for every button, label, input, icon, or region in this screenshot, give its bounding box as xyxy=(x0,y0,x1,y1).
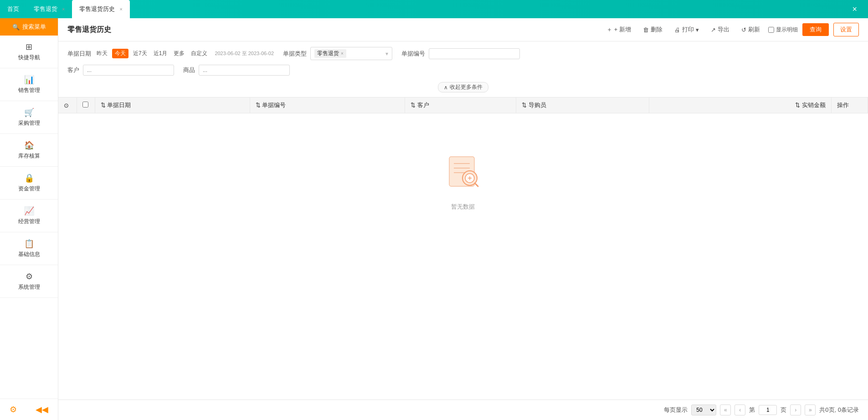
date-btn-more[interactable]: 更多 xyxy=(172,49,186,58)
collapse-button[interactable]: ∧ 收起更多条件 xyxy=(438,82,488,92)
prev-page-button[interactable]: ‹ xyxy=(734,405,745,415)
first-page-button[interactable]: « xyxy=(720,405,731,415)
date-btn-7days[interactable]: 近7天 xyxy=(131,49,149,58)
new-button[interactable]: ＋ + 新增 xyxy=(603,24,635,36)
sidebar-item-system[interactable]: ⚙ 系统管理 xyxy=(0,265,58,298)
goods-input[interactable] xyxy=(199,65,290,76)
sidebar-item-quick-nav-label: 快捷导航 xyxy=(18,54,40,61)
th-docno-label: 单据编号 xyxy=(262,102,286,108)
sort-icon-amount[interactable]: ⇅ xyxy=(795,102,800,108)
collapse-icon: ∧ xyxy=(444,84,448,91)
empty-state: 暂无数据 xyxy=(58,113,868,238)
th-settings[interactable]: ⊙ xyxy=(58,97,77,113)
date-btn-today[interactable]: 今天 xyxy=(112,49,128,58)
sidebar: 🔍 搜索菜单 ⊞ 快捷导航 📊 销售管理 🛒 采购管理 🏠 库存核算 🔒 资金管… xyxy=(0,18,58,420)
customer-input[interactable] xyxy=(83,65,174,76)
sidebar-item-inventory[interactable]: 🏠 库存核算 xyxy=(0,134,58,167)
date-btn-custom[interactable]: 自定义 xyxy=(189,49,209,58)
sidebar-item-purchase-label: 采购管理 xyxy=(18,119,40,127)
settings-button[interactable]: 设置 xyxy=(833,23,859,36)
tab-home-label: 首页 xyxy=(7,5,19,13)
sidebar-search-label: 搜索菜单 xyxy=(22,23,46,31)
show-detail-input[interactable] xyxy=(768,27,774,33)
customer-filter: 客户 xyxy=(67,65,174,76)
sidebar-item-finance[interactable]: 🔒 资金管理 xyxy=(0,167,58,200)
date-options: 昨天 今天 近7天 近1月 更多 自定义 2023-06-02 至 2023-0… xyxy=(95,49,274,58)
refresh-label: 刷新 xyxy=(748,26,760,34)
th-docno: ⇅ 单据编号 xyxy=(250,97,405,113)
docno-filter: 单据编号 xyxy=(401,48,520,59)
page-input[interactable] xyxy=(759,405,777,415)
quick-nav-icon: ⊞ xyxy=(26,42,32,52)
th-actions-label: 操作 xyxy=(837,102,849,108)
sidebar-item-purchase[interactable]: 🛒 采购管理 xyxy=(0,101,58,134)
sidebar-item-inventory-label: 库存核算 xyxy=(18,152,40,160)
show-detail-checkbox[interactable]: 显示明细 xyxy=(768,26,798,34)
type-tag-value: 零售退货 xyxy=(317,50,339,57)
date-filter: 单据日期 昨天 今天 近7天 近1月 更多 自定义 2023-06-02 至 2… xyxy=(67,49,274,58)
query-button[interactable]: 查询 xyxy=(802,23,829,36)
date-btn-1month[interactable]: 近1月 xyxy=(152,49,169,58)
docno-input[interactable] xyxy=(429,48,520,59)
sidebar-item-sales-label: 销售管理 xyxy=(18,87,40,94)
last-page-button[interactable]: » xyxy=(805,405,816,415)
sort-icon-customer[interactable]: ⇅ xyxy=(411,102,416,108)
per-page-select[interactable]: 50 10 20 100 xyxy=(691,405,716,415)
pagination-bar: 每页显示 50 10 20 100 « ‹ 第 页 › » 共0页, 0条记录 xyxy=(58,400,868,420)
delete-label: 删除 xyxy=(651,26,663,34)
type-tag-close[interactable]: × xyxy=(341,51,344,56)
window-close-button[interactable]: × xyxy=(848,5,861,14)
th-date-label: 单据日期 xyxy=(107,102,131,108)
inventory-icon: 🏠 xyxy=(24,140,34,150)
sort-icon-docno[interactable]: ⇅ xyxy=(256,102,261,108)
print-button[interactable]: 🖨 打印 ▾ xyxy=(671,24,703,36)
sidebar-item-sales[interactable]: 📊 销售管理 xyxy=(0,68,58,101)
purchase-icon: 🛒 xyxy=(24,108,34,118)
top-bar-right: × xyxy=(848,5,868,14)
collapse-label: 收起更多条件 xyxy=(450,83,483,91)
tab-retail-return-history-close[interactable]: × xyxy=(119,6,122,12)
page-header: 零售退货历史 ＋ + 新增 🗑 删除 🖨 打印 ▾ ↗ 导出 xyxy=(58,18,868,41)
th-checkbox[interactable] xyxy=(77,97,95,113)
type-select[interactable]: 零售退货 × ▾ xyxy=(310,47,392,60)
filter-area: 单据日期 昨天 今天 近7天 近1月 更多 自定义 2023-06-02 至 2… xyxy=(58,41,868,97)
column-settings-icon[interactable]: ⊙ xyxy=(64,102,69,109)
table-body: 暂无数据 xyxy=(58,113,868,239)
print-dropdown-icon: ▾ xyxy=(696,26,699,33)
sort-icon-guide[interactable]: ⇅ xyxy=(522,102,527,108)
sort-icon-date[interactable]: ⇅ xyxy=(101,102,106,108)
select-all-checkbox[interactable] xyxy=(82,102,88,108)
tab-retail-return-close[interactable]: × xyxy=(62,6,65,12)
tab-home[interactable]: 首页 xyxy=(0,0,26,18)
goods-filter-label: 商品 xyxy=(183,66,195,74)
refresh-button[interactable]: ↺ 刷新 xyxy=(738,24,764,36)
th-guide-label: 导购员 xyxy=(529,102,546,108)
sidebar-search[interactable]: 🔍 搜索菜单 xyxy=(0,18,58,36)
tab-retail-return[interactable]: 零售退货 × xyxy=(26,0,72,18)
next-page-button[interactable]: › xyxy=(790,405,801,415)
th-amount: ⇅ 实销金额 xyxy=(649,97,832,113)
export-icon: ↗ xyxy=(711,26,716,33)
date-btn-yesterday[interactable]: 昨天 xyxy=(95,49,109,58)
operations-icon: 📈 xyxy=(24,206,34,216)
delete-button[interactable]: 🗑 删除 xyxy=(639,24,666,36)
sidebar-item-finance-label: 资金管理 xyxy=(18,185,40,193)
settings-bottom-icon[interactable]: ⚙ xyxy=(10,405,17,415)
sidebar-item-quick-nav[interactable]: ⊞ 快捷导航 xyxy=(0,36,58,68)
date-filter-label: 单据日期 xyxy=(67,50,91,58)
type-filter-label: 单据类型 xyxy=(283,50,307,58)
th-actions: 操作 xyxy=(832,97,868,113)
svg-line-6 xyxy=(475,183,478,186)
export-button[interactable]: ↗ 导出 xyxy=(707,24,733,36)
volume-bottom-icon[interactable]: ◀◀ xyxy=(36,405,48,415)
delete-icon: 🗑 xyxy=(643,26,649,33)
sidebar-item-operations[interactable]: 📈 经营管理 xyxy=(0,200,58,232)
sidebar-bottom: ⚙ ◀◀ xyxy=(0,399,58,420)
filter-row-1: 单据日期 昨天 今天 近7天 近1月 更多 自定义 2023-06-02 至 2… xyxy=(67,47,859,60)
sidebar-item-basic-info[interactable]: 📋 基础信息 xyxy=(0,232,58,265)
tab-retail-return-history[interactable]: 零售退货历史 × xyxy=(72,0,129,18)
th-customer: ⇅ 客户 xyxy=(405,97,516,113)
search-icon: 🔍 xyxy=(12,24,20,31)
filter-row-2: 客户 商品 xyxy=(67,65,859,76)
th-customer-label: 客户 xyxy=(417,102,429,108)
